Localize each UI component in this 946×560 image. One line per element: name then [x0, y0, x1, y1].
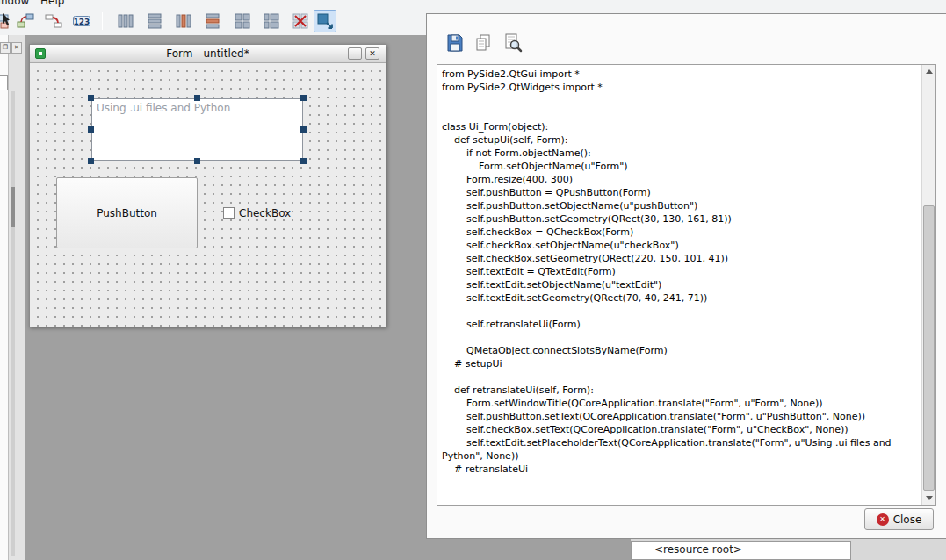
edit-signals-slots-button[interactable]	[14, 10, 37, 32]
layout-form-icon	[263, 12, 280, 30]
close-dialog-icon: ✕	[877, 513, 889, 526]
layout-grid-icon	[234, 12, 251, 30]
toolbar-separator	[102, 12, 103, 30]
close-window-button[interactable]: ✕	[365, 47, 379, 60]
layout-horizontal-splitter-icon	[175, 12, 192, 30]
edit-widgets-button[interactable]	[0, 10, 12, 32]
pushbutton-widget[interactable]: PushButton	[56, 177, 198, 248]
find-button[interactable]	[501, 31, 525, 55]
left-dock-scrollbar-track[interactable]	[11, 91, 15, 556]
close-dialog-label: Close	[893, 513, 922, 526]
resource-root-item[interactable]: <resource root>	[632, 542, 850, 558]
checkbox-indicator[interactable]	[223, 207, 235, 219]
close-icon: ✕	[369, 49, 376, 58]
adjust-size-icon	[315, 11, 335, 31]
save-button[interactable]	[443, 31, 467, 55]
adjust-size-button[interactable]	[314, 10, 336, 32]
layout-form-button[interactable]	[260, 10, 283, 32]
generated-python-code[interactable]: from PySide2.QtGui import * from PySide2…	[442, 68, 917, 502]
left-dock-background	[0, 35, 9, 560]
find-icon	[502, 32, 524, 54]
minimize-icon: -	[353, 49, 356, 58]
left-dock-input[interactable]	[0, 75, 8, 90]
layout-vertical-button[interactable]	[143, 10, 166, 32]
scroll-up-icon[interactable]	[922, 65, 935, 78]
edit-widgets-icon	[0, 11, 11, 31]
form-window-title: Form - untitled*	[30, 47, 386, 60]
edit-tab-order-button[interactable]: 123	[70, 10, 93, 32]
menubar: Window Help	[0, 0, 946, 8]
edit-signals-slots-icon	[16, 11, 35, 31]
left-dock-panel: ❐ ✕	[0, 35, 25, 560]
menu-help[interactable]: Help	[40, 0, 64, 7]
break-layout-button[interactable]	[289, 10, 312, 32]
svg-text:123: 123	[74, 18, 90, 26]
layout-horizontal-button[interactable]	[114, 10, 137, 32]
code-scrollbar-thumb[interactable]	[923, 205, 935, 491]
layout-vertical-icon	[146, 12, 163, 30]
layout-vertical-splitter-button[interactable]	[201, 10, 224, 32]
layout-vertical-splitter-icon	[204, 12, 221, 30]
save-icon	[444, 32, 466, 54]
pushbutton-label: PushButton	[97, 207, 157, 219]
layout-grid-button[interactable]	[231, 10, 254, 32]
dock-close-icon[interactable]: ✕	[11, 42, 22, 54]
menu-window[interactable]: Window	[0, 0, 29, 7]
textedit-widget[interactable]: Using .ui files and Python	[91, 98, 303, 161]
break-layout-icon	[292, 12, 309, 30]
form-canvas[interactable]: Using .ui files and Python PushButton Ch…	[30, 63, 386, 327]
checkbox-widget[interactable]: CheckBox	[223, 195, 312, 231]
edit-tab-order-icon: 123	[72, 11, 91, 31]
code-scrollbar[interactable]	[921, 65, 935, 505]
form-window-titlebar[interactable]: Form - untitled* - ✕	[30, 45, 386, 63]
minimize-button[interactable]: -	[348, 47, 362, 60]
close-dialog-button[interactable]: ✕ Close	[864, 508, 934, 530]
copy-button[interactable]	[472, 31, 496, 55]
left-dock-scrollbar-thumb[interactable]	[11, 187, 15, 227]
layout-horizontal-icon	[117, 12, 134, 30]
textedit-placeholder: Using .ui files and Python	[97, 102, 230, 114]
dock-float-icon[interactable]: ❐	[0, 42, 11, 54]
code-view[interactable]: from PySide2.QtGui import * from PySide2…	[437, 64, 936, 506]
resource-browser: <resource root>	[631, 541, 851, 560]
layout-horizontal-splitter-button[interactable]	[172, 10, 195, 32]
edit-buddies-icon	[44, 11, 63, 31]
resource-browser-dock: <resource root>	[631, 539, 946, 560]
code-preview-dialog: from PySide2.QtGui import * from PySide2…	[426, 13, 946, 539]
checkbox-label: CheckBox	[239, 207, 291, 219]
edit-buddies-button[interactable]	[42, 10, 65, 32]
copy-icon	[473, 32, 495, 54]
form-designer-window: Form - untitled* - ✕ Using .ui files and…	[29, 44, 386, 327]
scroll-down-icon[interactable]	[922, 492, 935, 505]
